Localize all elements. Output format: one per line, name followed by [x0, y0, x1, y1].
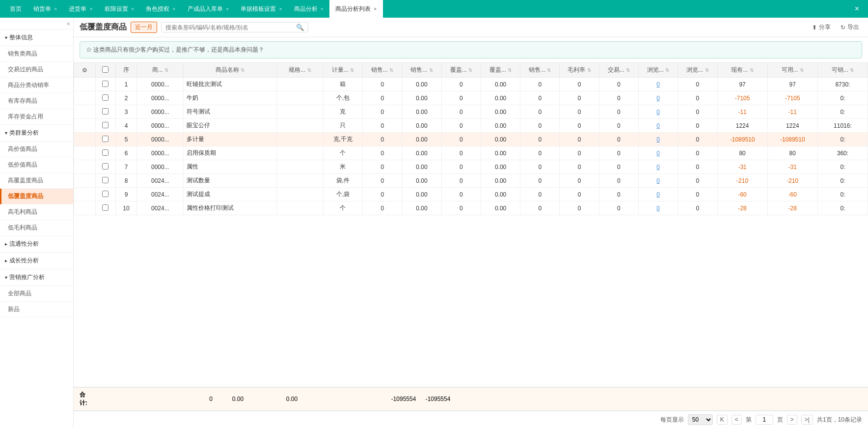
period-button[interactable]: 近一月 [131, 22, 157, 33]
name-column-header[interactable]: 商品名称 ⇅ [184, 63, 277, 78]
browse1-cell[interactable]: 0 [638, 91, 678, 105]
available-column-header[interactable]: 可用... ⇅ [767, 63, 817, 78]
checkbox-cell[interactable] [95, 160, 115, 174]
sellable-cell: 0: [817, 201, 868, 215]
close-all-button[interactable]: × [850, 4, 864, 13]
checkbox-cell[interactable] [95, 188, 115, 201]
sidebar-item-category-rate[interactable]: 商品分类动销率 [0, 78, 73, 93]
nav-purchase-order[interactable]: 进货单 × [63, 0, 98, 18]
sidebar-item-high-margin[interactable]: 高毛利商品 [0, 204, 73, 220]
row-checkbox[interactable] [102, 108, 108, 114]
nav-finished-goods[interactable]: 产成品入库单 × [182, 0, 235, 18]
checkbox-column-header[interactable] [95, 63, 115, 78]
browse1-cell[interactable]: 0 [638, 188, 678, 201]
browse1-cell[interactable]: 0 [638, 174, 678, 188]
share-button[interactable]: ⬆ 分享 [809, 22, 834, 33]
browse2-column-header[interactable]: 浏览... ⇅ [678, 63, 717, 78]
checkbox-cell[interactable] [95, 174, 115, 188]
browse1-cell[interactable]: 0 [638, 201, 678, 215]
nav-permission-settings[interactable]: 权限设置 × [99, 0, 140, 18]
nav-role-auth[interactable]: 角色授权 × [140, 0, 181, 18]
checkbox-cell[interactable] [95, 105, 115, 119]
nav-home[interactable]: 首页 [4, 0, 27, 18]
current-stock-column-header[interactable]: 现有... ⇅ [717, 63, 767, 78]
nav-product-analysis-list[interactable]: 商品分析列表 × [329, 0, 382, 18]
row-checkbox[interactable] [102, 191, 108, 197]
prev-page-button[interactable]: < [732, 415, 742, 425]
unit-column-header[interactable]: 计量... ⇅ [323, 63, 362, 78]
sidebar-section-liquidity[interactable]: ▸ 流通性分析 [0, 236, 73, 253]
checkbox-cell[interactable] [95, 119, 115, 133]
checkbox-cell[interactable] [95, 91, 115, 105]
sidebar-section-marketing[interactable]: ▾ 营销推广分析 [0, 269, 73, 286]
spec-cell [277, 78, 324, 91]
sidebar-item-new-goods[interactable]: 新品 [0, 302, 73, 317]
close-icon[interactable]: × [131, 6, 134, 12]
sidebar-collapse-button[interactable]: « [67, 20, 70, 27]
checkbox-cell[interactable] [95, 78, 115, 91]
next-page-button[interactable]: > [787, 415, 797, 425]
sidebar-item-traded-goods[interactable]: 交易过的商品 [0, 62, 73, 78]
sidebar-section-overall[interactable]: ▾ 整体信息 [0, 29, 73, 46]
sales-qty-column-header[interactable]: 销售... ⇅ [363, 63, 402, 78]
trade-column-header[interactable]: 交易... ⇅ [599, 63, 638, 78]
sidebar-section-cluster[interactable]: ▾ 类群量分析 [0, 125, 73, 142]
settings-column-header[interactable]: ⚙ [74, 63, 96, 78]
close-icon[interactable]: × [172, 6, 175, 12]
row-checkbox[interactable] [102, 163, 108, 170]
browse1-cell[interactable]: 0 [638, 146, 678, 160]
browse1-cell[interactable]: 0 [638, 160, 678, 174]
seq-column-header: 序 [115, 63, 137, 78]
browse1-cell[interactable]: 0 [638, 78, 678, 91]
row-checkbox[interactable] [102, 204, 108, 211]
gross-rate-column-header[interactable]: 毛利率 ⇅ [560, 63, 599, 78]
sellable-column-header[interactable]: 可销... ⇅ [817, 63, 868, 78]
sidebar-section-growth[interactable]: ▸ 成长性分析 [0, 253, 73, 269]
sales3-column-header[interactable]: 销售... ⇅ [520, 63, 560, 78]
spec-column-header[interactable]: 规格... ⇅ [277, 63, 324, 78]
export-button[interactable]: ↻ 导出 [838, 22, 862, 33]
sidebar-item-all-goods[interactable]: 全部商品 [0, 286, 73, 302]
cover1-column-header[interactable]: 覆盖... ⇅ [441, 63, 481, 78]
nav-template-settings[interactable]: 单据模板设置 × [235, 0, 288, 18]
row-checkbox[interactable] [102, 122, 108, 128]
browse1-column-header[interactable]: 浏览... ⇅ [638, 63, 678, 78]
select-all-checkbox[interactable] [102, 66, 108, 73]
close-icon[interactable]: × [89, 6, 92, 12]
cover2-column-header[interactable]: 覆盖... ⇅ [481, 63, 520, 78]
checkbox-cell[interactable] [95, 146, 115, 160]
sidebar-item-high-value[interactable]: 高价值商品 [0, 142, 73, 157]
sidebar-item-low-coverage[interactable]: 低覆盖度商品 [0, 189, 73, 204]
last-page-button[interactable]: >| [801, 415, 813, 425]
current-page-input[interactable] [756, 415, 773, 425]
gross-rate-cell: 0 [560, 160, 599, 174]
sidebar-item-low-value[interactable]: 低价值商品 [0, 157, 73, 173]
sidebar-item-stock-capital[interactable]: 库存资金占用 [0, 109, 73, 125]
row-checkbox[interactable] [102, 136, 108, 142]
nav-product-analysis[interactable]: 商品分析 × [288, 0, 329, 18]
code-column-header[interactable]: 商... ⇅ [137, 63, 184, 78]
browse1-cell[interactable]: 0 [638, 105, 678, 119]
row-checkbox[interactable] [102, 81, 108, 87]
close-icon[interactable]: × [54, 6, 57, 12]
checkbox-cell[interactable] [95, 201, 115, 215]
page-size-select[interactable]: 50 20 100 [688, 414, 713, 425]
row-checkbox[interactable] [102, 177, 108, 183]
row-checkbox[interactable] [102, 149, 108, 156]
close-icon[interactable]: × [321, 6, 324, 12]
sidebar-item-sales-goods[interactable]: 销售类商品 [0, 46, 73, 62]
close-icon[interactable]: × [226, 6, 229, 12]
search-input[interactable] [165, 24, 294, 31]
sales-amt-column-header[interactable]: 销售... ⇅ [402, 63, 441, 78]
browse1-cell[interactable]: 0 [638, 133, 678, 146]
first-page-button[interactable]: K [717, 415, 728, 425]
close-icon[interactable]: × [374, 6, 377, 12]
nav-sales-order[interactable]: 销货单 × [27, 0, 63, 18]
sidebar-item-low-margin[interactable]: 低毛利商品 [0, 220, 73, 236]
row-checkbox[interactable] [102, 94, 108, 101]
close-icon[interactable]: × [279, 6, 282, 12]
checkbox-cell[interactable] [95, 133, 115, 146]
browse1-cell[interactable]: 0 [638, 119, 678, 133]
sidebar-item-in-stock[interactable]: 有库存商品 [0, 93, 73, 109]
sidebar-item-high-coverage[interactable]: 高覆盖度商品 [0, 173, 73, 189]
